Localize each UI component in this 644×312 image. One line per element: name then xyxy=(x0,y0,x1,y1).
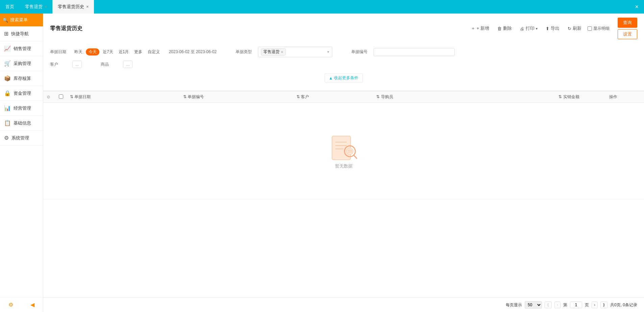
last-page-button[interactable]: ⟫ xyxy=(600,302,607,308)
table-settings-icon[interactable]: ⚙ xyxy=(47,95,50,99)
toolbar: ＋ + 新增 🗑 删除 🖨 打印 ▾ ⬆ xyxy=(469,18,637,39)
purchase-mgmt-icon: 🛒 xyxy=(4,60,11,67)
date-option-7days[interactable]: 近7天 xyxy=(101,48,115,55)
sidebar-item-inventory-label: 库存核算 xyxy=(14,75,31,82)
collapse-sidebar-icon[interactable]: ◀ xyxy=(30,302,34,308)
doc-number-filter-label: 单据编号 xyxy=(351,49,368,55)
date-options: 昨天 今天 近7天 近1月 更多 自定义 xyxy=(72,48,162,55)
settings-button[interactable]: 设置 xyxy=(618,29,637,39)
show-detail-label: 显示明细 xyxy=(593,26,610,31)
collapse-button[interactable]: ▲ 收起更多条件 xyxy=(325,73,363,83)
next-page-button[interactable]: › xyxy=(592,302,598,308)
filter-area: 单据日期 昨天 今天 近7天 近1月 更多 自定义 2023-06-02 至 2… xyxy=(50,43,637,91)
col-doc-number[interactable]: ⇅ 单据编号 xyxy=(180,91,293,103)
empty-state: 暂无数据 xyxy=(47,106,641,196)
page-label: 第 xyxy=(563,302,567,308)
doc-number-input[interactable] xyxy=(374,48,455,56)
new-button[interactable]: ＋ + 新增 xyxy=(469,24,491,33)
top-bar: 首页 零售退货 × 零售退货历史 × × xyxy=(0,0,644,14)
new-icon: ＋ xyxy=(471,25,475,31)
sidebar-item-system-mgmt[interactable]: ⚙ 系统管理 xyxy=(0,131,43,146)
col-actual-amount[interactable]: ⇅ 实销金额 xyxy=(470,91,583,103)
col-action-label: 操作 xyxy=(609,94,617,99)
sidebar-item-inventory[interactable]: 📦 库存核算 xyxy=(0,71,43,86)
sidebar-item-sales-mgmt[interactable]: 📈 销售管理 xyxy=(0,41,43,56)
col-actual-amount-label: 实销金额 xyxy=(563,94,579,99)
first-page-button[interactable]: ⟪ xyxy=(545,302,552,308)
sidebar-item-operations-mgmt-label: 经营管理 xyxy=(14,105,31,111)
refresh-icon: ↻ xyxy=(568,26,571,31)
window-close-button[interactable]: × xyxy=(629,3,644,10)
doc-type-tag-close[interactable]: × xyxy=(281,50,283,54)
tab-list: 首页 零售退货 × 零售退货历史 × xyxy=(0,0,629,14)
sidebar-bottom: ⚙ ◀ xyxy=(0,297,43,312)
per-page-select[interactable]: 20 50 100 xyxy=(525,301,542,309)
pagination-summary: 共0页, 0条记录 xyxy=(610,302,637,308)
date-filter-label: 单据日期 xyxy=(50,49,67,55)
select-all-checkbox[interactable] xyxy=(59,94,63,99)
print-button[interactable]: 🖨 打印 ▾ xyxy=(518,24,540,33)
sidebar-item-finance-mgmt-label: 资金管理 xyxy=(14,90,31,96)
tab-retail-return[interactable]: 零售退货 × xyxy=(20,0,52,14)
doc-type-filter-label: 单据类型 xyxy=(236,49,253,55)
col-guide[interactable]: ⇅ 导购员 xyxy=(373,91,470,103)
col-customer-label: 客户 xyxy=(301,94,309,99)
date-option-yesterday[interactable]: 昨天 xyxy=(72,48,85,55)
refresh-button-label: 刷新 xyxy=(573,25,581,31)
collapse-label: 收起更多条件 xyxy=(334,75,358,81)
sidebar-item-system-mgmt-label: 系统管理 xyxy=(11,135,29,141)
tab-retail-return-close[interactable]: × xyxy=(45,4,47,9)
show-detail-checkbox[interactable] xyxy=(588,26,592,31)
query-button[interactable]: 查询 xyxy=(618,18,637,28)
svg-line-6 xyxy=(354,155,357,158)
filter-row-customer: 客户 ... 商品 ... xyxy=(50,61,637,68)
sidebar-item-quick-nav[interactable]: ⊞ 快捷导航 xyxy=(0,26,43,41)
customer-filter-btn[interactable]: ... xyxy=(72,61,82,68)
sidebar-search[interactable]: 🔍 搜索菜单 xyxy=(0,14,43,26)
show-detail-toggle[interactable]: 显示明细 xyxy=(588,26,610,31)
goods-filter-btn[interactable]: ... xyxy=(123,61,133,68)
page-unit: 页 xyxy=(585,302,589,308)
refresh-button[interactable]: ↻ 刷新 xyxy=(566,24,583,33)
tab-retail-return-label: 零售退货 xyxy=(25,4,43,10)
collapse-icon: ▲ xyxy=(329,76,333,81)
delete-button-label: 删除 xyxy=(503,25,512,31)
date-option-today[interactable]: 今天 xyxy=(86,48,99,55)
doc-type-tag: 零售退货 × xyxy=(261,48,286,55)
tab-home[interactable]: 首页 xyxy=(0,0,20,14)
col-doc-date[interactable]: ⇅ 单据日期 xyxy=(67,91,180,103)
date-option-custom[interactable]: 自定义 xyxy=(146,48,162,55)
sales-mgmt-icon: 📈 xyxy=(4,45,11,52)
date-option-1month[interactable]: 近1月 xyxy=(117,48,131,55)
table-container: ⚙ ⇅ 单据日期 ⇅ 单据编号 xyxy=(43,91,644,297)
settings-bottom-icon[interactable]: ⚙ xyxy=(8,302,13,308)
sidebar-item-basic-info-label: 基础信息 xyxy=(14,120,31,126)
search-icon: 🔍 xyxy=(3,18,8,23)
doc-type-select[interactable]: 零售退货 × ▾ xyxy=(258,47,332,57)
doc-type-dropdown-icon: ▾ xyxy=(327,50,329,54)
page-number-input[interactable] xyxy=(570,302,582,308)
export-button-label: 导出 xyxy=(551,25,559,31)
tab-retail-return-history-close[interactable]: × xyxy=(86,4,89,9)
data-table: ⚙ ⇅ 单据日期 ⇅ 单据编号 xyxy=(43,91,644,199)
prev-page-button[interactable]: ‹ xyxy=(554,302,560,308)
new-button-label: + 新增 xyxy=(477,25,489,31)
page-title-row: 零售退货历史 ＋ + 新增 🗑 删除 🖨 打印 xyxy=(50,18,637,39)
doc-type-value: 零售退货 xyxy=(263,49,280,55)
date-option-more[interactable]: 更多 xyxy=(132,48,144,55)
page-header: 零售退货历史 ＋ + 新增 🗑 删除 🖨 打印 xyxy=(43,14,644,91)
col-checkbox xyxy=(55,91,67,103)
basic-info-icon: 📋 xyxy=(4,120,11,126)
delete-button[interactable]: 🗑 删除 xyxy=(495,24,514,33)
quick-nav-icon: ⊞ xyxy=(4,30,8,37)
sidebar-search-label: 搜索菜单 xyxy=(10,17,28,23)
sidebar-item-purchase-mgmt[interactable]: 🛒 采购管理 xyxy=(0,56,43,71)
sidebar-item-basic-info[interactable]: 📋 基础信息 xyxy=(0,116,43,131)
export-button[interactable]: ⬆ 导出 xyxy=(544,24,562,33)
tab-retail-return-history[interactable]: 零售退货历史 × xyxy=(52,0,94,14)
col-customer[interactable]: ⇅ 客户 xyxy=(293,91,373,103)
customer-filter-label: 客户 xyxy=(50,62,67,67)
sidebar-item-operations-mgmt[interactable]: 📊 经营管理 xyxy=(0,101,43,116)
sidebar-item-finance-mgmt[interactable]: 🔒 资金管理 xyxy=(0,86,43,101)
print-button-label: 打印 xyxy=(526,25,534,31)
